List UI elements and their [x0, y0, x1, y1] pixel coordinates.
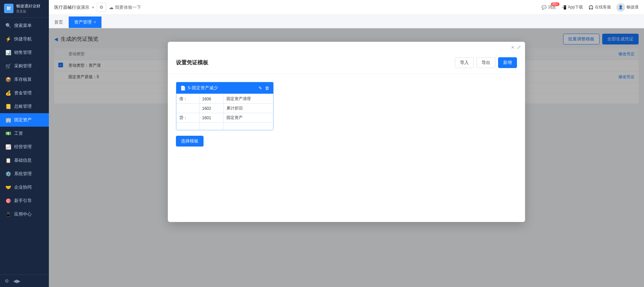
logo-sub: 普及版	[16, 9, 40, 14]
sidebar-footer: ⚙ ◀▶	[0, 275, 49, 287]
experience-icon: ☁	[109, 5, 114, 10]
entry3-direction: 贷：	[177, 113, 200, 123]
modal-window-controls: × ⤢	[168, 42, 525, 51]
template-edit-icon[interactable]: ✎	[258, 86, 262, 91]
import-btn[interactable]: 导入	[455, 57, 474, 68]
sidebar-item-inventory[interactable]: 📦库存核算	[0, 73, 49, 86]
template-entries-table: 借： 1606 固定资产清理 1602 累计折旧	[176, 94, 273, 130]
logo-icon: 财	[4, 4, 13, 13]
service-label: 在线客服	[595, 4, 611, 10]
new-btn[interactable]: 新增	[498, 57, 517, 68]
sidebar-icon-system: ⚙️	[5, 170, 11, 177]
user-label: 畅捷通	[626, 4, 639, 10]
sidebar-icon-search: 🔍	[5, 22, 11, 29]
sidebar-logo: 财 畅捷通好业财 普及版	[0, 0, 49, 18]
sidebar-item-fixed-assets[interactable]: 🏢固定资产	[0, 113, 49, 127]
entry3-subject: 固定资产	[223, 113, 273, 123]
modal-toolbar: 导入 导出 新增	[455, 57, 517, 68]
sidebar-icon-inventory: 📦	[5, 76, 11, 83]
header-settings-icon[interactable]: ⚙	[97, 3, 106, 12]
sidebar-label-ledger: 总账管理	[14, 103, 32, 109]
sidebar-item-system[interactable]: ⚙️系统管理	[0, 167, 49, 181]
tab-home[interactable]: 首页	[49, 17, 69, 28]
sidebar-label-sales: 销售管理	[14, 50, 32, 56]
sidebar-label-enterprise: 企业协同	[14, 184, 32, 190]
sidebar-item-salary[interactable]: 💵工资	[0, 127, 49, 140]
template-card-name: 5-固定资产减少	[188, 85, 218, 91]
tab-label-asset-mgmt: 资产管理	[74, 19, 92, 25]
empty-cell-1	[177, 123, 200, 130]
export-btn[interactable]: 导出	[477, 57, 495, 68]
badge-messages: 99+	[551, 2, 559, 6]
sidebar-nav: 🔍搜索菜单⚡快捷导航📊销售管理🛒采购管理📦库存核算💰资金管理📒总账管理🏢固定资产…	[0, 18, 49, 275]
template-entry-row-3: 贷： 1601 固定资产	[177, 113, 273, 123]
modal-header: 设置凭证模板 导入 导出 新增	[168, 51, 525, 74]
header-action-user[interactable]: 👤畅捷通	[616, 3, 639, 12]
sidebar-label-fund: 资金管理	[14, 90, 32, 96]
entry2-direction	[177, 104, 200, 113]
sidebar-label-basic-info: 基础信息	[14, 157, 32, 163]
app-download-label: App下载	[568, 4, 583, 10]
modal-body: 📄 5-固定资产减少 ✎ 🗑	[168, 74, 525, 222]
voucher-template-modal: × ⤢ 设置凭证模板 导入 导出 新增	[168, 42, 525, 222]
modal-close-icon[interactable]: ×	[511, 44, 514, 51]
header-action-messages[interactable]: 💬消息99+	[542, 4, 556, 10]
template-delete-icon[interactable]: 🗑	[265, 86, 269, 91]
experience-label: 我要体验一下	[115, 4, 141, 10]
sidebar-item-fund[interactable]: 💰资金管理	[0, 86, 49, 100]
sidebar-label-quick-nav: 快捷导航	[14, 36, 32, 42]
sidebar: 财 畅捷通好业财 普及版 🔍搜索菜单⚡快捷导航📊销售管理🛒采购管理📦库存核算💰资…	[0, 0, 49, 287]
template-card-title: 📄 5-固定资产减少	[180, 85, 218, 91]
entry3-code: 1601	[199, 113, 223, 123]
header-action-service[interactable]: 🎧在线客服	[588, 4, 611, 10]
sidebar-item-operation[interactable]: 📈经营管理	[0, 140, 49, 154]
sidebar-label-inventory: 库存核算	[14, 76, 32, 83]
tab-asset-mgmt[interactable]: 资产管理×	[69, 17, 102, 28]
main-area: 医疗器械行业演示 ▾ ⚙ ☁ 我要体验一下 💬消息99+📲App下载🎧在线客服👤…	[49, 0, 644, 287]
entry1-code: 1606	[199, 94, 223, 104]
entry2-subject: 累计折旧	[223, 104, 273, 113]
sidebar-label-operation: 经营管理	[14, 144, 32, 150]
empty-cell-2	[199, 123, 223, 130]
sidebar-label-fixed-assets: 固定资产	[14, 117, 32, 123]
header-left: 医疗器械行业演示 ▾ ⚙ ☁ 我要体验一下	[54, 3, 542, 12]
sidebar-item-basic-info[interactable]: 📋基础信息	[0, 154, 49, 167]
sidebar-item-ledger[interactable]: 📒总账管理	[0, 100, 49, 113]
tab-close-asset-mgmt[interactable]: ×	[94, 20, 96, 25]
sidebar-item-guide[interactable]: 🎯新手引导	[0, 194, 49, 208]
sidebar-item-purchase[interactable]: 🛒采购管理	[0, 59, 49, 73]
sidebar-label-search: 搜索菜单	[14, 23, 32, 29]
header-action-app-download[interactable]: 📲App下载	[561, 4, 583, 10]
tab-label-home: 首页	[54, 20, 63, 25]
sidebar-icon-enterprise: 🤝	[5, 184, 11, 191]
sidebar-icon-quick-nav: ⚡	[5, 36, 11, 42]
select-template-btn[interactable]: 选择模板	[176, 136, 204, 147]
template-entry-row-2: 1602 累计折旧	[177, 104, 273, 113]
page-content: ◀ 生成的凭证预览 批量调整模板 全部生成凭证 变动类型 资产名称 固定资产原值	[49, 28, 644, 287]
sidebar-icon-sales: 📊	[5, 49, 11, 56]
company-name: 医疗器械行业演示	[54, 4, 89, 10]
modal-maximize-icon[interactable]: ⤢	[517, 44, 521, 51]
sidebar-item-sales[interactable]: 📊销售管理	[0, 46, 49, 59]
sidebar-icon-fund: 💰	[5, 90, 11, 96]
sidebar-item-quick-nav[interactable]: ⚡快捷导航	[0, 32, 49, 46]
experience-button[interactable]: ☁ 我要体验一下	[109, 4, 141, 10]
company-arrow-icon[interactable]: ▾	[92, 5, 94, 10]
template-card-doc-icon: 📄	[180, 86, 186, 91]
sidebar-label-system: 系统管理	[14, 171, 32, 177]
sidebar-icon-purchase: 🛒	[5, 63, 11, 69]
sidebar-item-enterprise[interactable]: 🤝企业协同	[0, 181, 49, 194]
logo-text-group: 畅捷通好业财 普及版	[16, 3, 40, 14]
sidebar-label-purchase: 采购管理	[14, 63, 32, 69]
sidebar-item-search[interactable]: 🔍搜索菜单	[0, 19, 49, 32]
sidebar-icon-basic-info: 📋	[5, 157, 11, 164]
collapse-footer-icon[interactable]: ◀▶	[13, 278, 21, 284]
template-card-header: 📄 5-固定资产减少 ✎ 🗑	[176, 82, 273, 94]
sidebar-label-salary: 工资	[14, 130, 23, 136]
sidebar-icon-operation: 📈	[5, 144, 11, 150]
settings-footer-icon[interactable]: ⚙	[5, 278, 9, 284]
user-avatar: 👤	[616, 3, 625, 12]
header-right: 💬消息99+📲App下载🎧在线客服👤畅捷通	[542, 3, 639, 12]
template-entry-row-empty	[177, 123, 273, 130]
sidebar-item-app-center[interactable]: 📱应用中心	[0, 208, 49, 221]
